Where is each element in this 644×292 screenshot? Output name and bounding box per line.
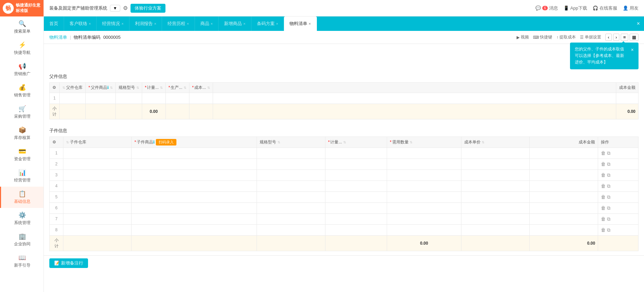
sidebar-item-system[interactable]: ⚙️系统管理 xyxy=(0,208,44,229)
copy-icon[interactable]: ⧉ xyxy=(607,161,610,167)
tab-profit[interactable]: 利润报告× xyxy=(129,16,162,31)
tab-goods[interactable]: 商品× xyxy=(195,16,219,31)
nav-grid-btn[interactable]: ▦ xyxy=(630,34,639,41)
megaphone-icon: 📢 xyxy=(18,62,26,70)
nav-next-btn[interactable]: › xyxy=(613,34,619,41)
child-section: 子件信息 ⚙ ⇅ 子件仓库 *子件商品ℹ 扫码录入 规格型号 ⇅ *计量... … xyxy=(44,124,644,255)
parent-warehouse-cell[interactable] xyxy=(60,93,86,104)
delete-icon[interactable]: 🗑 xyxy=(601,172,606,178)
app-download-btn[interactable]: 📱 App下载 xyxy=(564,5,587,11)
add-remark-row-btn[interactable]: 📝 新增备注行 xyxy=(49,258,88,268)
child-section-title: 子件信息 xyxy=(49,128,639,134)
sidebar-item-inventory[interactable]: 📦库存核算 xyxy=(0,123,44,144)
tab-history-close[interactable]: × xyxy=(187,22,189,26)
copy-icon[interactable]: ⧉ xyxy=(607,183,610,189)
tab-customer[interactable]: 客户联络× xyxy=(64,16,97,31)
child-unit-1[interactable] xyxy=(325,148,387,159)
child-action-1: 🗑⧉ xyxy=(598,148,639,159)
parent-section-title: 父件信息 xyxy=(49,73,639,80)
child-goods-1[interactable] xyxy=(132,148,257,159)
parent-subtotal-amount: 0.00 xyxy=(616,104,639,119)
settings-gear-btn[interactable]: ⚙ xyxy=(123,5,128,11)
sidebar-item-finance[interactable]: 💳资金管理 xyxy=(0,144,44,165)
shortcut-btn[interactable]: ⌨ 快捷键 xyxy=(533,34,552,40)
child-table: ⚙ ⇅ 子件仓库 *子件商品ℹ 扫码录入 规格型号 ⇅ *计量... ⇅ *需用… xyxy=(49,137,639,251)
delete-icon[interactable]: 🗑 xyxy=(601,150,606,156)
sidebar-header: 畅 畅捷通好生意 标准版 xyxy=(0,0,44,16)
tab-home[interactable]: 首页 xyxy=(44,16,64,31)
brand-name: 畅捷通好生意 标准版 xyxy=(16,3,40,13)
sidebar-item-basic[interactable]: 📋基础信息 xyxy=(0,187,44,208)
delete-icon[interactable]: 🗑 xyxy=(601,183,606,189)
experience-btn[interactable]: 体验行业方案 xyxy=(131,4,165,13)
scan-input-btn[interactable]: 扫码录入 xyxy=(156,139,176,145)
gear-icon: ⚙️ xyxy=(18,211,26,219)
delete-icon[interactable]: 🗑 xyxy=(601,194,606,200)
table-row: 3 🗑⧉ xyxy=(50,170,639,180)
tab-barcode[interactable]: 条码方案× xyxy=(251,16,284,31)
child-col-goods: *子件商品ℹ 扫码录入 xyxy=(132,137,257,148)
tab-bom-close[interactable]: × xyxy=(309,22,311,26)
sidebar-item-marketing[interactable]: 📢营销推广 xyxy=(0,59,44,80)
tab-profit-close[interactable]: × xyxy=(154,22,156,26)
cart-icon: 🛒 xyxy=(18,105,26,113)
child-price-1[interactable] xyxy=(461,148,529,159)
app-icon: 📱 xyxy=(564,5,569,11)
box-icon: 📦 xyxy=(18,126,26,134)
child-warehouse-1[interactable] xyxy=(63,148,132,159)
view-video-btn[interactable]: ▶ 视频 xyxy=(517,34,529,40)
copy-icon[interactable]: ⧉ xyxy=(607,227,610,233)
nav-close-btn[interactable]: × xyxy=(633,21,644,27)
parent-prod-cell[interactable] xyxy=(165,93,189,104)
parent-spec-cell[interactable] xyxy=(116,93,142,104)
child-qty-1[interactable] xyxy=(387,148,461,159)
message-btn[interactable]: 💬 6 消息 xyxy=(535,5,558,11)
child-col-qty: *需用数量 ⇅ xyxy=(387,137,461,148)
sidebar-item-purchase[interactable]: 🛒采购管理 xyxy=(0,102,44,123)
sidebar-item-quick-nav[interactable]: ⚡快捷导航 xyxy=(0,38,44,59)
sidebar-item-operation[interactable]: 📊经营管理 xyxy=(0,165,44,187)
parent-cost-cell[interactable] xyxy=(189,93,213,104)
copy-icon[interactable]: ⧉ xyxy=(607,216,610,222)
online-service-btn[interactable]: 🎧 在线客服 xyxy=(593,5,617,11)
tab-history[interactable]: 经营历程× xyxy=(162,16,195,31)
user-btn[interactable]: 👤 用友 xyxy=(623,5,639,11)
toolbar-actions: ▶ 视频 ⌨ 快捷键 ↑ 提取成本 ☰ 单据设置 xyxy=(517,34,639,41)
page-inner: 物料清单 | 物料清单编码 0000005 ▶ 视频 ⌨ 快捷键 ↑ xyxy=(44,31,644,292)
parent-cost-amount-cell xyxy=(616,93,639,104)
tab-operation-close[interactable]: × xyxy=(121,22,123,26)
extract-cost-btn[interactable]: ↑ 提取成本 xyxy=(556,34,576,40)
delete-icon[interactable]: 🗑 xyxy=(601,205,606,211)
col-settings-icon[interactable]: ⚙ xyxy=(52,85,56,90)
nav-prev-btn[interactable]: ‹ xyxy=(605,34,611,41)
copy-icon[interactable]: ⧉ xyxy=(607,172,610,178)
copy-icon[interactable]: ⧉ xyxy=(607,150,610,156)
sidebar-item-guide[interactable]: 📖新手引导 xyxy=(0,250,44,272)
delete-icon[interactable]: 🗑 xyxy=(601,216,606,222)
breadcrumb-bom[interactable]: 物料清单 xyxy=(49,34,67,40)
system-dropdown-btn[interactable]: ▼ xyxy=(110,5,120,12)
single-settings-btn[interactable]: ☰ 单据设置 xyxy=(580,34,601,40)
delete-icon[interactable]: 🗑 xyxy=(601,227,606,233)
delete-icon[interactable]: 🗑 xyxy=(601,161,606,167)
child-spec-1[interactable] xyxy=(257,148,325,159)
tab-barcode-close[interactable]: × xyxy=(276,22,278,26)
tab-new-goods[interactable]: 新增商品× xyxy=(219,16,251,31)
child-col-settings-icon[interactable]: ⚙ xyxy=(52,140,56,144)
tab-goods-close[interactable]: × xyxy=(211,22,213,26)
tooltip-close-btn[interactable]: × xyxy=(631,46,634,54)
tab-operation-status[interactable]: 经营情况× xyxy=(97,16,129,31)
table-row: 8 🗑⧉ xyxy=(50,224,639,235)
parent-section: 父件信息 ⚙ ⇅ 父件仓库 *父件商品ℹ ⇅ 规格型号 ⇅ *计量... ⇅ *… xyxy=(44,69,644,124)
tab-newgoods-close[interactable]: × xyxy=(243,22,245,26)
copy-icon[interactable]: ⧉ xyxy=(607,205,610,211)
parent-unit-cell[interactable] xyxy=(142,93,165,104)
sidebar-item-search[interactable]: 🔍搜索菜单 xyxy=(0,16,44,38)
parent-goods-cell[interactable] xyxy=(86,93,116,104)
sidebar-item-sales[interactable]: 💰销售管理 xyxy=(0,80,44,102)
col-parent-warehouse: ⇅ 父件仓库 xyxy=(60,82,86,93)
sidebar-item-enterprise[interactable]: 🏢企业协同 xyxy=(0,229,44,250)
tab-bom[interactable]: 物料清单× xyxy=(284,16,317,31)
copy-icon[interactable]: ⧉ xyxy=(607,194,610,200)
tab-customer-close[interactable]: × xyxy=(89,22,91,26)
